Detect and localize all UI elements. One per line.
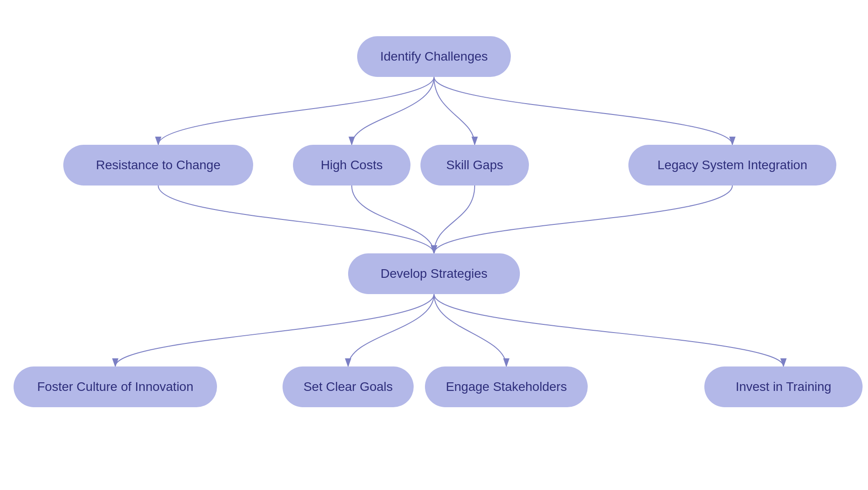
- node-legacy-label: Legacy System Integration: [657, 158, 807, 172]
- node-develop-label: Develop Strategies: [381, 266, 488, 281]
- node-engage: Engage Stakeholders: [425, 366, 588, 407]
- node-foster: Foster Culture of Innovation: [14, 366, 217, 407]
- diagram-container: Identify Challenges Resistance to Change…: [0, 0, 868, 490]
- node-highcosts: High Costs: [293, 145, 410, 186]
- node-resistance: Resistance to Change: [63, 145, 253, 186]
- node-identify: Identify Challenges: [357, 36, 511, 77]
- node-setclear-label: Set Clear Goals: [303, 380, 393, 394]
- node-skillgaps-label: Skill Gaps: [446, 158, 503, 172]
- node-skillgaps: Skill Gaps: [420, 145, 529, 186]
- node-setclear: Set Clear Goals: [283, 366, 414, 407]
- node-foster-label: Foster Culture of Innovation: [37, 380, 193, 394]
- node-engage-label: Engage Stakeholders: [446, 380, 567, 394]
- node-develop: Develop Strategies: [348, 253, 520, 294]
- node-legacy: Legacy System Integration: [628, 145, 836, 186]
- node-resistance-label: Resistance to Change: [96, 158, 221, 172]
- node-highcosts-label: High Costs: [321, 158, 383, 172]
- node-invest: Invest in Training: [704, 366, 863, 407]
- node-invest-label: Invest in Training: [736, 380, 831, 394]
- node-identify-label: Identify Challenges: [380, 49, 488, 64]
